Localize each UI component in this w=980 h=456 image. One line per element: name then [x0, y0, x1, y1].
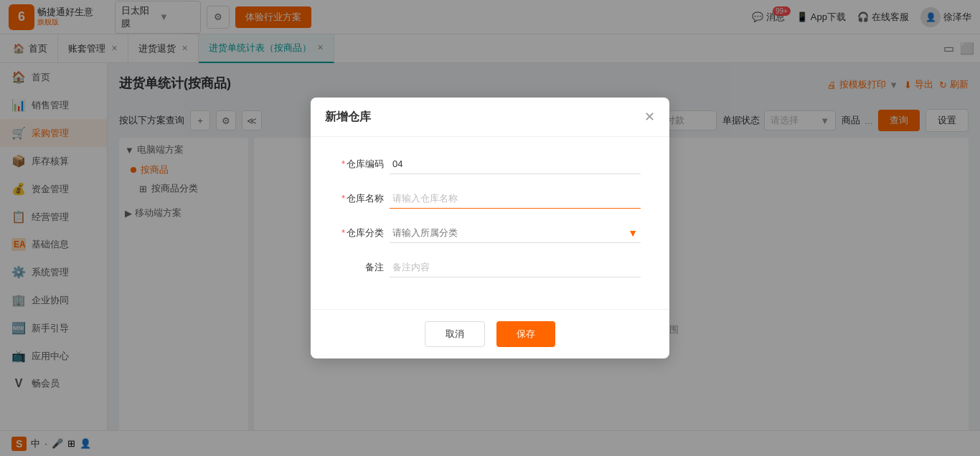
name-label: 仓库名称: [339, 192, 390, 205]
save-button[interactable]: 保存: [496, 321, 555, 347]
modal-title: 新增仓库: [325, 110, 371, 125]
modal-overlay: 新增仓库 ✕ 仓库编码 仓库名称 仓库分类 ▼: [0, 0, 980, 456]
category-input[interactable]: [390, 223, 625, 242]
cancel-button[interactable]: 取消: [425, 321, 485, 347]
modal-footer: 取消 保存: [311, 309, 669, 358]
category-label: 仓库分类: [339, 227, 390, 239]
code-label: 仓库编码: [339, 158, 390, 171]
remark-label: 备注: [339, 261, 390, 274]
category-select[interactable]: ▼: [390, 223, 641, 243]
category-dropdown-icon: ▼: [625, 227, 641, 239]
name-input[interactable]: [390, 189, 641, 209]
add-warehouse-modal: 新增仓库 ✕ 仓库编码 仓库名称 仓库分类 ▼: [311, 98, 669, 358]
form-row-remark: 备注: [339, 257, 641, 277]
form-row-name: 仓库名称: [339, 189, 641, 209]
modal-close-icon[interactable]: ✕: [644, 109, 655, 125]
form-row-code: 仓库编码: [339, 154, 641, 174]
remark-input[interactable]: [390, 257, 641, 277]
modal-body: 仓库编码 仓库名称 仓库分类 ▼ 备注: [311, 137, 669, 309]
modal-header: 新增仓库 ✕: [311, 98, 669, 137]
form-row-category: 仓库分类 ▼: [339, 223, 641, 243]
code-input[interactable]: [390, 154, 641, 174]
